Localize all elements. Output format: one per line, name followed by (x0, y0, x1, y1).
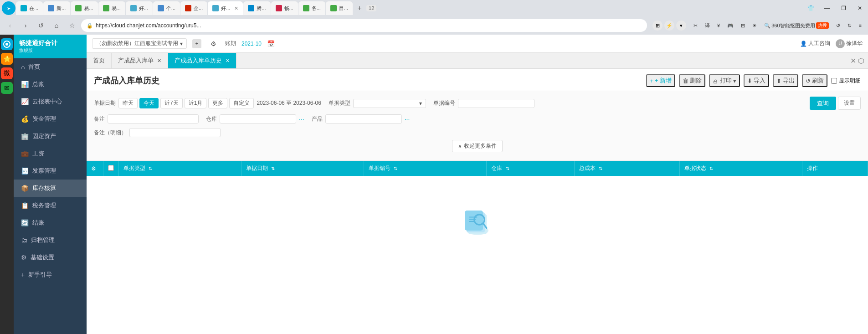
maximize-button[interactable]: ❐ (837, 2, 850, 15)
7days-btn[interactable]: 近7天 (160, 98, 183, 108)
tab-1[interactable]: 在... (16, 1, 43, 15)
collapse-button[interactable]: ∧ 收起更多条件 (452, 140, 503, 152)
tab-5[interactable]: 好... (126, 1, 153, 15)
doc-status-column-header[interactable]: 单据状态 ⇅ (679, 161, 802, 176)
search-button[interactable]: 查询 (810, 97, 836, 110)
sun-icon[interactable]: ☀ (750, 22, 760, 30)
sidebar-item-settlement[interactable]: 🔄 结账 (14, 214, 87, 231)
minimize-button[interactable]: — (821, 2, 833, 15)
mail-icon[interactable]: ✉ (1, 82, 13, 94)
chevron-down-icon[interactable]: ▾ (676, 21, 686, 31)
warehouse-input[interactable] (220, 114, 296, 123)
game-icon[interactable]: 🎮 (724, 22, 736, 30)
product-input[interactable] (325, 114, 402, 123)
yesterday-btn[interactable]: 昨天 (118, 98, 138, 108)
close-button[interactable]: ✕ (853, 2, 866, 15)
panel-expand-icon[interactable]: ⬡ (858, 57, 864, 65)
tab-8-close[interactable]: ✕ (234, 5, 238, 11)
sidebar-item-reports[interactable]: 📈 云报表中心 (14, 93, 87, 110)
redo-icon[interactable]: ↻ (845, 22, 854, 30)
scissors-icon[interactable]: ✂ (691, 22, 700, 30)
export-button[interactable]: ⬆ 导出 (773, 74, 798, 87)
doc-date-column-header[interactable]: 单据日期 ⇅ (241, 161, 364, 176)
currency-icon[interactable]: ¥ (714, 22, 723, 29)
tab-4[interactable]: 易... (98, 1, 125, 15)
more-btn[interactable]: 更多 (208, 98, 227, 108)
period-value[interactable]: 2021-10 (241, 41, 262, 47)
weibo-icon[interactable]: 微 (1, 67, 13, 79)
detail-remark-input[interactable] (129, 128, 221, 137)
tab-11[interactable]: 各... (298, 1, 325, 15)
sidebar-item-settings[interactable]: ⚙ 基础设置 (14, 249, 87, 266)
custom-btn[interactable]: 自定义 (229, 98, 254, 108)
new-tab-button[interactable]: + (353, 2, 366, 15)
product-more-icon[interactable]: ··· (405, 115, 410, 123)
tab-9[interactable]: 腾... (243, 1, 270, 15)
sidebar-item-tax[interactable]: 📋 税务管理 (14, 197, 87, 214)
sidebar-item-archive[interactable]: 🗂 归档管理 (14, 231, 87, 249)
add-company-button[interactable]: + (192, 39, 201, 48)
set-button[interactable]: 设置 (838, 97, 861, 110)
total-cost-column-header[interactable]: 总成本 ⇅ (575, 161, 680, 176)
today-btn[interactable]: 今天 (139, 98, 159, 108)
sidebar-item-finance[interactable]: 💰 资金管理 (14, 110, 87, 128)
gear-column-header[interactable]: ⚙ (87, 161, 103, 176)
tab-12[interactable]: 目... (326, 1, 353, 15)
menu-icon[interactable]: ≡ (856, 22, 864, 29)
doc-type-column-header[interactable]: 单据类型 ⇅ (118, 161, 241, 176)
new-button[interactable]: + + 新增 (646, 74, 675, 87)
doc-no-input[interactable] (458, 99, 534, 108)
tab-8[interactable]: 好... ✕ (208, 1, 243, 15)
refresh-data-button[interactable]: ↺ 刷新 (802, 74, 827, 87)
back-button[interactable]: ‹ (4, 19, 16, 32)
tab-7[interactable]: 企... (180, 1, 207, 15)
sidebar-item-ledger[interactable]: 📊 总账 (14, 76, 87, 93)
undo-icon[interactable]: ↺ (833, 22, 843, 30)
import-button[interactable]: ⬇ 导入 (744, 74, 769, 87)
company-selector[interactable]: （勿删勿禁用）江西服宝测试专用 ▾ (92, 38, 187, 49)
forward-button[interactable]: › (19, 19, 32, 32)
sidebar-item-assets[interactable]: 🏢 固定资产 (14, 128, 87, 145)
grid2-icon[interactable]: ⊞ (738, 22, 748, 30)
grid-icon[interactable]: ⊞ (652, 21, 663, 31)
shirt-icon[interactable]: 👕 (804, 2, 817, 15)
page-tab-history[interactable]: 产成品入库单历史 ✕ (168, 53, 236, 68)
show-detail-input[interactable] (831, 78, 837, 84)
tab-10[interactable]: 畅... (271, 1, 298, 15)
lightning-icon[interactable]: ⚡ (664, 21, 674, 31)
star-icon[interactable]: ⭐ (1, 53, 13, 65)
page-tab-breadcrumb[interactable]: 首页 (87, 53, 112, 68)
company-settings-icon[interactable]: ⚙ (207, 37, 220, 50)
delete-button[interactable]: 🗑 删除 (679, 74, 705, 87)
1month-btn[interactable]: 近1月 (185, 98, 207, 108)
doc-type-select[interactable]: ▾ (353, 99, 426, 108)
page-tab-list[interactable]: 产成品入库单 ✕ (112, 53, 168, 68)
user-info[interactable]: U 徐泽华 (836, 39, 863, 48)
show-detail-checkbox[interactable]: 显示明细 (831, 77, 861, 85)
tab-3[interactable]: 易... (71, 1, 98, 15)
page-tab-list-close[interactable]: ✕ (157, 58, 161, 64)
refresh-button[interactable]: ↺ (35, 19, 47, 32)
sidebar-item-home[interactable]: ⌂ 首页 (14, 58, 87, 76)
warehouse-column-header[interactable]: 仓库 ⇅ (487, 161, 575, 176)
address-input[interactable]: 🔒 https://cloud.chanjet.com/accounting/u… (81, 19, 647, 32)
home-button[interactable]: ⌂ (50, 19, 63, 32)
remark-input[interactable] (108, 114, 199, 123)
warehouse-more-icon[interactable]: ··· (299, 115, 304, 123)
help-link[interactable]: 👤 人工咨询 (800, 40, 830, 47)
panel-close-icon[interactable]: ✕ (850, 57, 856, 65)
sidebar-item-inventory[interactable]: 📦 库存核算 (14, 180, 87, 197)
select-all-checkbox[interactable] (108, 165, 114, 171)
doc-no-column-header[interactable]: 单据编号 ⇅ (364, 161, 487, 176)
tab-6[interactable]: 个... (153, 1, 180, 15)
tab-2[interactable]: 新... (43, 1, 70, 15)
browser-back-icon[interactable]: ➤ (2, 1, 15, 15)
print-button[interactable]: 🖨 打印 ▾ (709, 74, 740, 87)
page-tab-history-close[interactable]: ✕ (226, 58, 230, 64)
sidebar-item-new[interactable]: + 新手引导 (14, 266, 87, 283)
sidebar-item-invoice[interactable]: 🧾 发票管理 (14, 162, 87, 180)
translate-icon[interactable]: 译 (702, 21, 713, 30)
checkbox-column-header[interactable] (103, 161, 118, 176)
calendar-icon[interactable]: 📅 (267, 40, 275, 47)
sidebar-item-payroll[interactable]: 💼 工资 (14, 145, 87, 162)
